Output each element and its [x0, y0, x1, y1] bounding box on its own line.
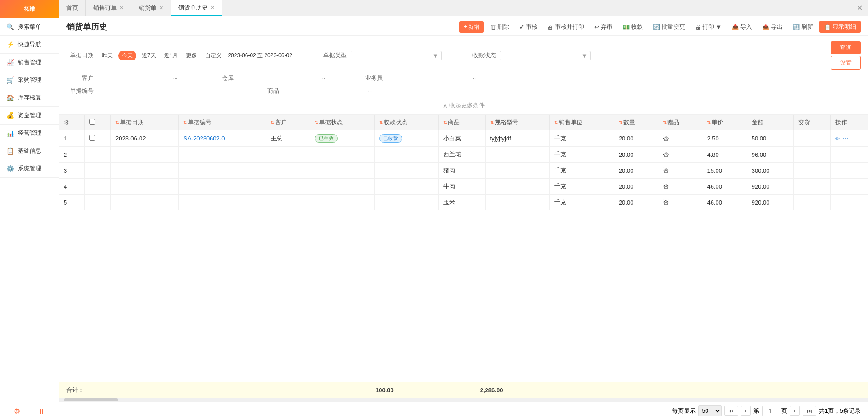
cell-operation [830, 163, 868, 179]
col-customer[interactable]: ⇅客户 [266, 115, 310, 130]
new-button[interactable]: + 新增 [459, 21, 484, 33]
goods-input[interactable]: ··· [283, 87, 374, 95]
tab-close-all[interactable]: ✕ [851, 4, 868, 12]
cell-customer: 王总 [266, 130, 310, 147]
col-settings[interactable]: ⚙ [59, 115, 84, 130]
col-doc-status[interactable]: ⇅单据状态 [310, 115, 374, 130]
tab-sales-history[interactable]: 销货单历史 ✕ [171, 0, 222, 16]
col-quantity[interactable]: ⇅数量 [614, 115, 658, 130]
date-tab-today[interactable]: 今天 [118, 51, 136, 60]
cell-operation: ✏⋯ [830, 130, 868, 147]
horizontal-scrollbar[interactable] [59, 398, 868, 401]
cell-unit-price: 2.50 [702, 130, 747, 147]
last-page-button[interactable]: ⏭ [803, 406, 816, 416]
edit-row-button[interactable]: ✏ [835, 135, 840, 142]
abandon-button[interactable]: ↩ 弃审 [591, 21, 616, 33]
col-gift[interactable]: ⇅赠品 [658, 115, 702, 130]
cell-sales-unit: 千克 [550, 163, 614, 179]
customer-more-icon[interactable]: ··· [173, 75, 177, 81]
tab-home[interactable]: 首页 [59, 0, 86, 16]
sidebar-item-system-mgmt[interactable]: ⚙️ 系统管理 [0, 160, 59, 178]
col-spec-type[interactable]: ⇅规格型号 [485, 115, 550, 130]
tab-close-sales-goods[interactable]: ✕ [159, 5, 163, 11]
date-filter-label: 单据日期 [66, 51, 94, 60]
sidebar-item-basic-info[interactable]: 📋 基础信息 [0, 142, 59, 160]
cell-doc-no [179, 179, 266, 195]
doc-no-input[interactable] [97, 90, 225, 92]
col-operation: 操作 [830, 115, 868, 130]
sidebar-item-fund-mgmt[interactable]: 💰 资金管理 [0, 107, 59, 125]
prev-page-button[interactable]: ‹ [741, 406, 751, 416]
payment-status-select[interactable]: ▼ [500, 51, 591, 60]
quick-nav-icon: ⚡ [6, 41, 14, 48]
sidebar-collapse-icon[interactable]: ⏸ [38, 407, 45, 415]
batch-change-button[interactable]: 🔄 批量变更 [649, 21, 689, 33]
date-tab-yesterday[interactable]: 昨天 [99, 51, 115, 60]
col-goods[interactable]: ⇅商品 [439, 115, 485, 130]
sidebar-item-purchase-mgmt[interactable]: 🛒 采购管理 [0, 71, 59, 89]
page-input[interactable] [762, 406, 778, 416]
col-unit-price[interactable]: ⇅单价 [702, 115, 747, 130]
set-button[interactable]: 设置 [831, 56, 861, 70]
sidebar-bottom: ⚙ ⏸ [0, 402, 59, 420]
cell-customer [266, 179, 310, 195]
print-button[interactable]: 🖨 打印 ▼ [692, 21, 725, 33]
sidebar-item-operations-mgmt[interactable]: 📊 经营管理 [0, 125, 59, 142]
warehouse-input[interactable]: ··· [237, 75, 328, 82]
cell-doc-no-link[interactable]: SA-20230602-0 [183, 135, 225, 142]
tab-sales-order[interactable]: 销售订单 ✕ [86, 0, 131, 16]
date-tab-1month[interactable]: 近1月 [161, 51, 181, 60]
payment-status-label: 收款状态 [469, 51, 496, 60]
goods-more-icon[interactable]: ··· [368, 88, 372, 94]
sidebar-item-label: 系统管理 [18, 165, 41, 173]
audit-button[interactable]: ✔ 审核 [516, 21, 541, 33]
col-doc-no[interactable]: ⇅单据编号 [179, 115, 266, 130]
abandon-icon: ↩ [594, 24, 599, 30]
export-button[interactable]: 📤 导出 [758, 21, 786, 33]
sidebar-item-sales-mgmt[interactable]: 📈 销售管理 [0, 54, 59, 71]
sort-icon-doc-date: ⇅ [115, 120, 119, 125]
salesperson-more-icon[interactable]: ··· [472, 75, 476, 81]
sidebar-settings-icon[interactable]: ⚙ [14, 407, 20, 415]
salesperson-input[interactable]: ··· [386, 75, 477, 82]
show-detail-button[interactable]: 📋 显示明细 [819, 21, 861, 33]
collapse-button[interactable]: ∧ 收起更多条件 [66, 100, 861, 111]
customer-input[interactable]: ··· [97, 75, 179, 82]
purchase-mgmt-icon: 🛒 [6, 76, 14, 84]
sidebar-item-quick-nav[interactable]: ⚡ 快捷导航 [0, 36, 59, 54]
cell-gift: 否 [658, 163, 702, 179]
warehouse-more-icon[interactable]: ··· [322, 75, 326, 81]
tab-close-sales-history[interactable]: ✕ [211, 5, 215, 10]
col-payment-status[interactable]: ⇅收款状态 [374, 115, 439, 130]
date-tab-custom[interactable]: 自定义 [202, 51, 224, 60]
select-all-checkbox[interactable] [89, 119, 95, 125]
audit-print-button[interactable]: 🖨 审核并打印 [544, 21, 588, 33]
settings-gear-icon: ⚙ [64, 119, 69, 126]
show-detail-icon: 📋 [824, 24, 831, 30]
sidebar-item-search-menu[interactable]: 🔍 搜索菜单 [0, 18, 59, 36]
col-checkbox[interactable] [84, 115, 110, 130]
date-tab-more[interactable]: 更多 [183, 51, 200, 60]
import-button[interactable]: 📥 导入 [728, 21, 756, 33]
delete-button[interactable]: 🗑 删除 [487, 21, 513, 33]
next-page-button[interactable]: › [790, 406, 800, 416]
first-page-button[interactable]: ⏮ [724, 406, 738, 416]
query-button[interactable]: 查询 [831, 41, 861, 54]
doc-type-select[interactable]: ▼ [351, 51, 442, 60]
per-page-select[interactable]: 50 100 [698, 405, 722, 416]
collect-button[interactable]: 💵 收款 [619, 21, 647, 33]
col-doc-date[interactable]: ⇅单据日期 [110, 115, 178, 130]
sort-icon-goods: ⇅ [443, 120, 447, 125]
tab-sales-goods[interactable]: 销货单 ✕ [131, 0, 171, 16]
cell-transaction [794, 179, 830, 195]
sort-icon-sales-unit: ⇅ [554, 120, 558, 125]
col-sales-unit[interactable]: ⇅销售单位 [550, 115, 614, 130]
date-tab-7days[interactable]: 近7天 [139, 51, 159, 60]
sidebar-item-inventory-calc[interactable]: 🏠 库存核算 [0, 89, 59, 107]
more-row-button[interactable]: ⋯ [843, 135, 848, 142]
refresh-button[interactable]: 🔃 刷新 [789, 21, 817, 33]
refresh-icon: 🔃 [793, 24, 800, 30]
row-checkbox[interactable] [89, 135, 95, 141]
tab-close-sales-order[interactable]: ✕ [120, 5, 124, 11]
table-row: 3猪肉千克20.00否15.00300.00 [59, 163, 868, 179]
